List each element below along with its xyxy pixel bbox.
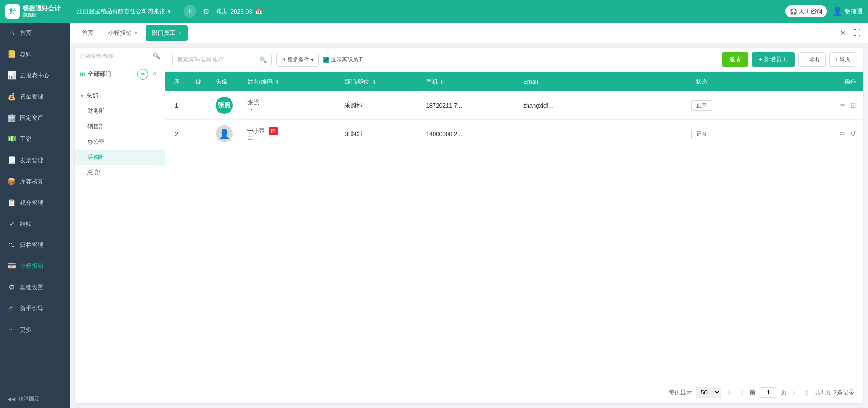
tax-icon: 📋 xyxy=(7,198,16,207)
tree-office[interactable]: 办公室 xyxy=(75,134,165,150)
edit-employee-2-button[interactable]: ✏ xyxy=(840,130,846,138)
edit-employee-1-button[interactable]: ✏ xyxy=(840,101,846,109)
sidebar: ⌂ 首页 📒 总账 📊 云报表中心 💰 资金管理 🏢 固定资产 💵 工资 🧾 发… xyxy=(0,23,70,408)
invite-button[interactable]: 邀请 xyxy=(722,52,748,67)
col-dept-pos[interactable]: 部门/职位 ⇅ xyxy=(337,72,419,91)
calendar-icon[interactable]: 📅 xyxy=(255,8,262,15)
grid-icon: ⊞ xyxy=(80,71,85,78)
inventory-icon: 📦 xyxy=(7,177,16,186)
sidebar-item-payroll[interactable]: 💵 工资 xyxy=(0,128,70,150)
import-button[interactable]: ↓ 导入 xyxy=(829,52,856,67)
sidebar-item-settings[interactable]: ⚙ 基础设置 xyxy=(0,277,70,298)
ledger-icon: 📒 xyxy=(7,50,16,58)
prev-page-button[interactable]: ⟨ xyxy=(738,388,746,397)
edit-dept-button[interactable]: ✏ xyxy=(137,69,148,80)
delete-employee-2-button[interactable]: ↺ xyxy=(850,130,856,138)
logo-text: 畅捷通好会计 旗舰版 xyxy=(23,5,61,19)
sidebar-item-ledger[interactable]: 📒 总账 xyxy=(0,43,70,65)
tree-hq[interactable]: ▼ 总部 xyxy=(75,88,165,103)
main-layout: ⌂ 首页 📒 总账 📊 云报表中心 💰 资金管理 🏢 固定资产 💵 工资 🧾 发… xyxy=(0,23,868,408)
next-page-button[interactable]: ⟩ xyxy=(790,388,798,397)
tree-finance[interactable]: 财务部 xyxy=(75,103,165,119)
table-header-row: 序 ⚙ 头像 姓名/编码 ⇅ xyxy=(165,72,863,91)
sidebar-item-assets[interactable]: 🏢 固定资产 xyxy=(0,107,70,128)
sidebar-item-inventory[interactable]: 📦 库存核算 xyxy=(0,171,70,192)
cell-no-2: 2 xyxy=(165,120,188,148)
first-page-button[interactable]: ⟨⟨ xyxy=(725,388,735,397)
tab-bar-actions: ✕ ⛶ xyxy=(837,28,863,38)
sidebar-item-closing[interactable]: ✓ 结账 xyxy=(0,213,70,234)
cell-dept-2: 采购部 xyxy=(337,120,419,148)
page-input[interactable] xyxy=(759,387,777,398)
emp-table: 序 ⚙ 头像 姓名/编码 ⇅ xyxy=(165,72,863,148)
show-resigned-checkbox[interactable]: 显示离职员工 xyxy=(323,56,363,64)
tab-home[interactable]: 首页 xyxy=(75,25,100,41)
company-selector[interactable]: 江西服宝精品有限责任公司内账张 ▾ xyxy=(73,5,175,17)
tree-hq2[interactable]: 总 部 xyxy=(75,165,165,180)
page-size-select[interactable]: 50 10 20 100 xyxy=(696,387,721,398)
tree-sales[interactable]: 销售部 xyxy=(75,119,165,134)
action-icons-1: ✏ ⊡ xyxy=(790,101,856,109)
tab-close-expense[interactable]: × xyxy=(134,30,137,36)
sidebar-item-reports[interactable]: 📊 云报表中心 xyxy=(0,65,70,86)
expense-icon: 💳 xyxy=(7,262,16,270)
page-content: 🔍 ⊞ 全部部门 ✏ « ▼ 总部 财务部 xyxy=(75,48,863,403)
sort-icon-dept: ⇅ xyxy=(372,80,376,84)
assets-icon: 🏢 xyxy=(7,113,16,122)
tab-dept-employees[interactable]: 部门员工 × xyxy=(146,25,188,41)
toolbar-right: 邀请 + 新增员工 ↑ 导出 ↓ 导入 xyxy=(722,52,856,67)
sidebar-item-home[interactable]: ⌂ 首页 xyxy=(0,23,70,43)
logo-area: 好 畅捷通好会计 旗舰版 xyxy=(5,4,73,19)
unpin-button[interactable]: ◀◀ 取消固定 xyxy=(0,389,70,408)
sidebar-item-guide[interactable]: 🎓 新手引导 xyxy=(0,298,70,319)
dept-search-icon[interactable]: 🔍 xyxy=(153,52,160,59)
export-button[interactable]: ↑ 导出 xyxy=(798,52,826,67)
dept-search-input[interactable] xyxy=(79,53,150,59)
logout-employee-1-button[interactable]: ⊡ xyxy=(850,101,856,109)
sidebar-item-archive[interactable]: 🗂 归档管理 xyxy=(0,234,70,255)
dept-header-icons: ✏ « xyxy=(137,69,159,80)
tree-arrow-hq: ▼ xyxy=(80,94,85,98)
dept-header: ⊞ 全部部门 ✏ « xyxy=(75,64,165,84)
cell-actions-2: ✏ ↺ xyxy=(783,120,863,148)
cell-avatar-1: 张照 xyxy=(208,91,240,120)
maximize-button[interactable]: ⛶ xyxy=(852,28,863,38)
user-avatar-icon: 👤 xyxy=(832,6,842,16)
emp-search-icon[interactable]: 🔍 xyxy=(259,56,267,63)
sidebar-item-funds[interactable]: 💰 资金管理 xyxy=(0,86,70,107)
close-all-tabs-button[interactable]: ✕ xyxy=(837,28,848,38)
user-area[interactable]: 👤 畅捷通 xyxy=(832,6,863,16)
import-icon: ↓ xyxy=(835,56,838,63)
status-badge-2: 正常 xyxy=(691,129,712,139)
service-button[interactable]: 🎧 人工咨询 xyxy=(785,5,827,17)
table-row: 2 👤 宁小壹 xyxy=(165,120,863,148)
add-employee-button[interactable]: + 新增员工 xyxy=(752,52,795,67)
funds-icon: 💰 xyxy=(7,92,16,101)
col-name-code[interactable]: 姓名/编码 ⇅ xyxy=(240,72,337,91)
closing-icon: ✓ xyxy=(7,220,16,228)
emp-search-input[interactable] xyxy=(177,56,257,63)
cell-actions-1: ✏ ⊡ xyxy=(783,91,863,120)
cell-email-2 xyxy=(516,120,621,148)
cell-avatar-2: 👤 xyxy=(208,120,240,148)
settings-icon-button[interactable]: ⚙ xyxy=(200,5,212,18)
sort-icon-name: ⇅ xyxy=(275,80,278,84)
tab-close-dept[interactable]: × xyxy=(178,30,181,36)
tree-purchase[interactable]: 采购部 xyxy=(75,150,165,165)
last-page-button[interactable]: ⟩⟩ xyxy=(802,388,811,397)
action-icons-2: ✏ ↺ xyxy=(790,130,856,138)
status-badge-1: 正常 xyxy=(691,100,712,111)
sidebar-item-expense[interactable]: 💳 小畅报销 xyxy=(0,255,70,277)
table-settings-icon[interactable]: ⚙ xyxy=(195,78,201,85)
tab-expense-report[interactable]: 小畅报销 × xyxy=(102,25,144,41)
sidebar-item-more[interactable]: ⋯ 更多 xyxy=(0,319,70,340)
more-filter-button[interactable]: ⊿ 更多条件 ▾ xyxy=(276,53,319,67)
sidebar-item-tax[interactable]: 📋 税务管理 xyxy=(0,192,70,213)
add-company-button[interactable]: + xyxy=(184,5,196,18)
table-row: 1 张照 张照 11 xyxy=(165,91,863,120)
col-phone[interactable]: 手机 ⇅ xyxy=(419,72,516,91)
sidebar-item-invoices[interactable]: 🧾 发票管理 xyxy=(0,150,70,171)
home-icon: ⌂ xyxy=(7,29,16,37)
cell-status-1: 正常 xyxy=(621,91,783,120)
collapse-dept-button[interactable]: « xyxy=(150,69,159,78)
